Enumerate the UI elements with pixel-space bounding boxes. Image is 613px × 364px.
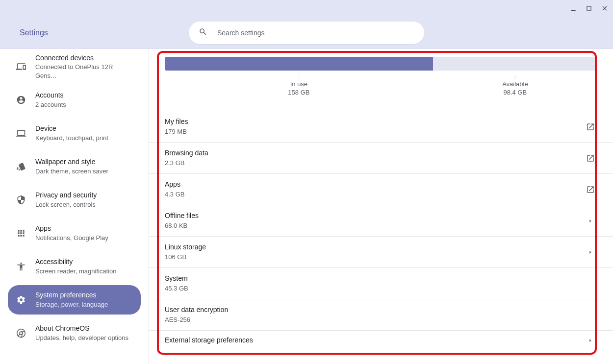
account-icon xyxy=(16,95,26,105)
row-sublabel: 45.3 GB xyxy=(165,284,584,293)
sidebar-item-accounts[interactable]: Accounts 2 accounts xyxy=(8,85,141,115)
storage-available-label: Available xyxy=(502,80,528,88)
maximize-icon[interactable] xyxy=(585,4,593,13)
row-offline-files[interactable]: Offline files 68.0 KB xyxy=(149,205,613,237)
search-input[interactable] xyxy=(217,29,414,37)
row-label: Browsing data xyxy=(165,148,584,158)
main-content: In use 158 GB Available 98.4 GB My files… xyxy=(149,49,613,364)
row-label: User data encryption xyxy=(165,305,584,315)
storage-available: Available 98.4 GB xyxy=(502,75,528,96)
window-title-bar xyxy=(0,0,613,17)
devices-icon xyxy=(16,61,26,72)
row-label: My files xyxy=(165,117,584,127)
row-my-files[interactable]: My files 179 MB xyxy=(149,111,613,143)
sidebar-item-about[interactable]: About ChromeOS Updates, help, developer … xyxy=(8,318,141,348)
sidebar-item-sublabel: Lock screen, controls xyxy=(35,200,97,209)
svg-line-7 xyxy=(18,334,20,337)
chevron-right-icon xyxy=(584,250,597,255)
sidebar-item-accessibility[interactable]: Accessibility Screen reader, magnificati… xyxy=(8,252,141,281)
row-label: Apps xyxy=(165,180,584,190)
sidebar-item-label: Apps xyxy=(35,224,108,233)
row-user-data-encryption: User data encryption AES-256 xyxy=(149,299,613,331)
row-sublabel: 2.3 GB xyxy=(165,159,584,168)
row-label: Linux storage xyxy=(165,243,584,252)
minimize-icon[interactable] xyxy=(569,4,578,13)
open-in-new-icon xyxy=(584,185,597,194)
sidebar-item-label: About ChromeOS xyxy=(35,324,128,333)
apps-icon xyxy=(16,228,26,239)
sidebar-item-sublabel: Updates, help, developer options xyxy=(35,334,128,342)
svg-rect-1 xyxy=(587,6,591,10)
sidebar-item-label: Privacy and security xyxy=(35,191,97,200)
row-sublabel: 4.3 GB xyxy=(165,190,584,199)
row-sublabel: 106 GB xyxy=(165,253,584,262)
close-icon[interactable] xyxy=(600,4,609,13)
row-apps[interactable]: Apps 4.3 GB xyxy=(149,174,613,205)
sidebar-item-sublabel: Notifications, Google Play xyxy=(35,234,108,243)
sidebar-item-label: Accessibility xyxy=(35,257,116,267)
search-container[interactable] xyxy=(189,22,424,44)
row-sublabel: 68.0 KB xyxy=(165,221,584,230)
sidebar-item-sublabel: Screen reader, magnification xyxy=(35,267,116,276)
storage-available-value: 98.4 GB xyxy=(502,89,528,96)
sidebar-item-label: Device xyxy=(35,124,108,133)
sidebar-item-label: Connected devices xyxy=(35,53,133,63)
svg-rect-0 xyxy=(571,10,575,11)
sidebar-item-connected-devices[interactable]: Connected devices Connected to OnePlus 1… xyxy=(8,52,141,81)
sidebar-item-label: Accounts xyxy=(35,91,66,100)
row-label: Offline files xyxy=(165,211,584,221)
row-sublabel: AES-256 xyxy=(165,315,584,324)
row-linux-storage[interactable]: Linux storage 106 GB xyxy=(149,237,613,268)
app-title: Settings xyxy=(20,28,48,37)
sidebar-item-sublabel: 2 accounts xyxy=(35,100,66,109)
sidebar-item-sublabel: Keyboard, touchpad, print xyxy=(35,134,108,143)
row-system: System 45.3 GB xyxy=(149,268,613,299)
sidebar-item-privacy[interactable]: Privacy and security Lock screen, contro… xyxy=(8,185,141,215)
row-label: External storage preferences xyxy=(165,336,584,345)
storage-summary: In use 158 GB Available 98.4 GB xyxy=(149,49,613,111)
storage-bar xyxy=(165,57,597,71)
storage-in-use-value: 158 GB xyxy=(288,89,309,96)
style-icon xyxy=(16,161,26,172)
app-header: Settings xyxy=(0,17,613,49)
gear-icon xyxy=(16,294,26,305)
open-in-new-icon xyxy=(584,154,597,163)
sidebar-item-wallpaper[interactable]: Wallpaper and style Dark theme, screen s… xyxy=(8,152,141,181)
accessibility-icon xyxy=(16,261,26,272)
shield-icon xyxy=(16,194,26,205)
storage-in-use-label: In use xyxy=(288,80,309,88)
sidebar: Connected devices Connected to OnePlus 1… xyxy=(0,49,149,364)
storage-bar-fill xyxy=(165,57,433,71)
storage-in-use: In use 158 GB xyxy=(288,75,309,96)
row-browsing-data[interactable]: Browsing data 2.3 GB xyxy=(149,143,613,174)
sidebar-item-device[interactable]: Device Keyboard, touchpad, print xyxy=(8,119,141,148)
sidebar-item-sublabel: Dark theme, screen saver xyxy=(35,167,108,176)
sidebar-item-label: System preferences xyxy=(35,291,108,300)
sidebar-item-system-preferences[interactable]: System preferences Storage, power, langu… xyxy=(8,285,141,315)
chrome-icon xyxy=(16,328,26,339)
laptop-icon xyxy=(16,128,26,139)
chevron-right-icon xyxy=(584,338,597,343)
sidebar-item-apps[interactable]: Apps Notifications, Google Play xyxy=(8,218,141,248)
sidebar-item-sublabel: Storage, power, language xyxy=(35,300,108,309)
chevron-right-icon xyxy=(584,218,597,223)
sidebar-item-sublabel: Connected to OnePlus 12R Gens… xyxy=(35,63,133,80)
open-in-new-icon xyxy=(584,122,597,131)
row-sublabel: 179 MB xyxy=(165,127,584,136)
row-external-storage[interactable]: External storage preferences xyxy=(149,331,613,350)
row-label: System xyxy=(165,274,584,284)
search-icon xyxy=(199,27,207,38)
sidebar-item-label: Wallpaper and style xyxy=(35,157,108,167)
storage-breakdown-list: My files 179 MB Browsing data 2.3 GB xyxy=(149,111,613,350)
